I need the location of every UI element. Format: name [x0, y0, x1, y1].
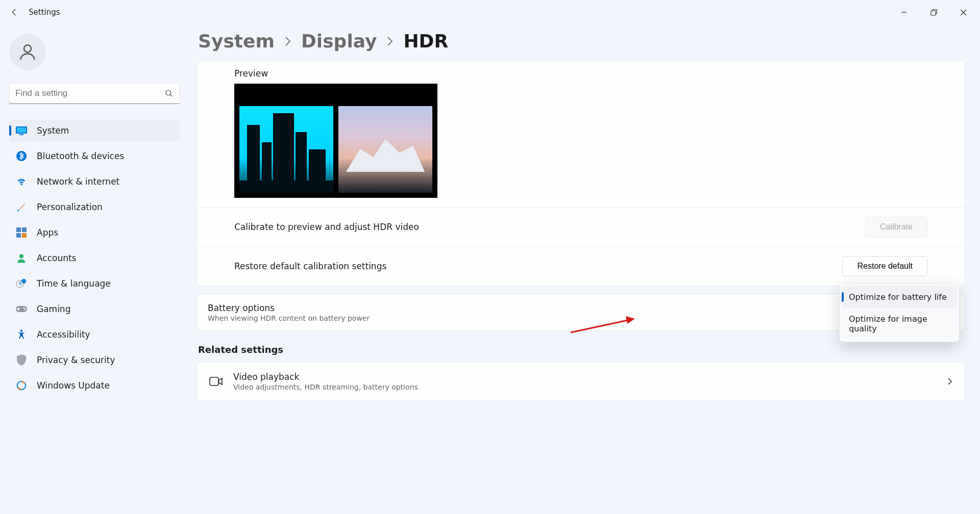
- svg-rect-12: [16, 227, 21, 232]
- svg-point-20: [23, 307, 25, 309]
- svg-point-11: [17, 209, 19, 211]
- titlebar: Settings: [0, 0, 980, 24]
- battery-title: Battery options: [208, 303, 370, 313]
- svg-point-10: [16, 151, 27, 161]
- related-item-subtitle: Video adjustments, HDR streaming, batter…: [233, 383, 418, 391]
- svg-rect-24: [210, 377, 218, 386]
- video-playback-link[interactable]: Video playback Video adjustments, HDR st…: [198, 363, 964, 400]
- sidebar-item-update[interactable]: Windows Update: [9, 374, 180, 397]
- dropdown-option-battery-life[interactable]: Optimize for battery life: [842, 286, 957, 308]
- app-title: Settings: [27, 8, 60, 17]
- sidebar-item-bluetooth[interactable]: Bluetooth & devices: [9, 145, 180, 167]
- sidebar-item-time[interactable]: Time & language: [9, 272, 180, 295]
- calibrate-label: Calibrate to preview and adjust HDR vide…: [234, 222, 419, 232]
- sidebar-item-apps[interactable]: Apps: [9, 221, 180, 244]
- apps-icon: [15, 226, 28, 239]
- minimize-button[interactable]: [889, 2, 919, 22]
- brush-icon: [15, 201, 28, 213]
- update-icon: [15, 379, 28, 392]
- calibrate-button: Calibrate: [865, 217, 927, 237]
- crumb-hdr: HDR: [403, 31, 448, 52]
- sidebar-item-system[interactable]: System: [9, 119, 180, 142]
- display-icon: [15, 124, 28, 137]
- avatar[interactable]: [9, 34, 46, 70]
- maximize-button[interactable]: [919, 2, 948, 22]
- sidebar-item-label: System: [37, 125, 69, 136]
- svg-rect-13: [22, 227, 27, 232]
- gamepad-icon: [15, 303, 28, 315]
- chevron-right-icon: [947, 377, 953, 386]
- crumb-display[interactable]: Display: [301, 31, 377, 52]
- restore-row: Restore default calibration settings Res…: [198, 246, 964, 286]
- sidebar-item-label: Accounts: [37, 253, 77, 263]
- breadcrumb: System Display HDR: [198, 31, 965, 52]
- sidebar-item-label: Time & language: [37, 278, 111, 289]
- svg-point-22: [20, 329, 22, 331]
- sidebar-item-accounts[interactable]: Accounts: [9, 247, 180, 269]
- sidebar-item-label: Bluetooth & devices: [37, 151, 124, 161]
- sidebar-item-label: Privacy & security: [37, 355, 115, 365]
- person-icon: [15, 252, 28, 264]
- video-icon: [209, 375, 223, 388]
- sidebar-item-label: Personalization: [37, 202, 103, 212]
- svg-point-21: [24, 309, 26, 311]
- sidebar-item-gaming[interactable]: Gaming: [9, 298, 180, 320]
- calibrate-row: Calibrate to preview and adjust HDR vide…: [198, 207, 964, 246]
- chevron-right-icon: [284, 36, 292, 47]
- svg-rect-9: [19, 134, 23, 135]
- shield-icon: [15, 354, 28, 366]
- search-icon: [164, 89, 174, 98]
- svg-point-4: [24, 45, 31, 52]
- wifi-icon: [15, 175, 28, 188]
- sidebar-item-label: Network & internet: [37, 176, 119, 187]
- related-settings-card: Video playback Video adjustments, HDR st…: [197, 362, 965, 401]
- sidebar: System Bluetooth & devices Network & int…: [0, 24, 189, 514]
- preview-city-panel: [239, 106, 333, 193]
- accessibility-icon: [15, 328, 28, 341]
- preview-mountain-panel: [338, 106, 432, 193]
- related-item-title: Video playback: [233, 372, 418, 382]
- search-input[interactable]: [9, 83, 180, 104]
- sidebar-item-network[interactable]: Network & internet: [9, 170, 180, 193]
- close-button[interactable]: [948, 2, 978, 22]
- search-field[interactable]: [15, 88, 164, 98]
- sidebar-item-label: Accessibility: [37, 329, 90, 340]
- clock-globe-icon: [15, 277, 28, 290]
- sidebar-item-label: Gaming: [37, 304, 70, 314]
- battery-options-dropdown[interactable]: Optimize for battery life Optimize for i…: [839, 284, 960, 342]
- sidebar-item-label: Apps: [37, 227, 58, 238]
- restore-default-button[interactable]: Restore default: [842, 256, 927, 276]
- svg-rect-1: [931, 11, 936, 15]
- dropdown-option-image-quality[interactable]: Optimize for image quality: [842, 308, 957, 340]
- svg-point-16: [19, 254, 23, 258]
- sidebar-item-accessibility[interactable]: Accessibility: [9, 323, 180, 346]
- svg-rect-8: [17, 127, 26, 133]
- svg-rect-15: [22, 233, 27, 238]
- main-content: System Display HDR Preview: [189, 24, 980, 514]
- svg-point-5: [166, 90, 171, 95]
- svg-rect-14: [16, 233, 21, 238]
- svg-point-18: [21, 279, 26, 284]
- chevron-right-icon: [386, 36, 394, 47]
- sidebar-item-label: Windows Update: [37, 380, 110, 391]
- back-button[interactable]: [2, 0, 27, 24]
- preview-image: [234, 84, 437, 198]
- hdr-settings-card: Preview Calibrate to preview and adjust …: [197, 61, 965, 286]
- nav-list: System Bluetooth & devices Network & int…: [9, 119, 180, 397]
- sidebar-item-privacy[interactable]: Privacy & security: [9, 349, 180, 371]
- svg-line-6: [170, 94, 172, 96]
- crumb-system[interactable]: System: [198, 31, 275, 52]
- window-controls: [889, 2, 978, 22]
- battery-subtitle: When viewing HDR content on battery powe…: [208, 314, 370, 322]
- sidebar-item-personalization[interactable]: Personalization: [9, 196, 180, 218]
- preview-label: Preview: [198, 61, 964, 84]
- bluetooth-icon: [15, 150, 28, 162]
- restore-label: Restore default calibration settings: [234, 261, 386, 271]
- related-heading: Related settings: [198, 344, 965, 355]
